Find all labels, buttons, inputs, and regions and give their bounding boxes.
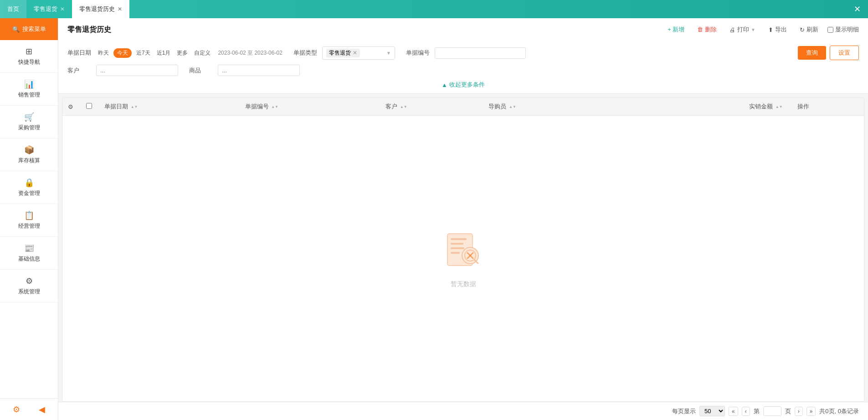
sys-mgmt-icon: ⚙ (26, 276, 33, 286)
page-actions: + 新增 🗑 删除 🖨 打印 ▼ ⬆ 导出 ↻ 刷新 (664, 24, 859, 36)
pagination-bar: 每页显示 50 10 20 100 « ‹ 第 1 页 › » 共0页, 0条记… (58, 402, 868, 420)
main-layout: 🔍 搜索菜单 ⊞ 快捷导航 📊 销售管理 🛒 采购管理 📦 库存核算 🔒 (0, 18, 868, 420)
customer-input[interactable] (96, 65, 178, 76)
th-spacer (605, 98, 640, 116)
export-button[interactable]: ⬆ 导出 (765, 24, 791, 36)
doc-type-tag-close[interactable]: ✕ (353, 50, 357, 56)
query-button[interactable]: 查询 (798, 46, 826, 60)
sidebar-item-sales-mgmt[interactable]: 📊 销售管理 (0, 73, 58, 106)
page-number-input[interactable]: 1 (763, 406, 781, 416)
sidebar-item-inventory[interactable]: 📦 库存核算 (0, 138, 58, 171)
search-icon: 🔍 (12, 26, 20, 33)
tab-retail-return-history-close[interactable]: ✕ (118, 6, 122, 12)
set-button[interactable]: 设置 (830, 46, 859, 60)
sidebar-item-quick-nav[interactable]: ⊞ 快捷导航 (0, 40, 58, 73)
doc-no-input[interactable] (435, 47, 526, 59)
th-doc-no[interactable]: 单据编号 ▲▼ (240, 98, 380, 116)
last-page-btn[interactable]: » (806, 407, 816, 416)
quick-nav-icon: ⊞ (26, 46, 32, 56)
svg-rect-4 (451, 252, 460, 254)
doc-type-select[interactable]: 零售退货 ✕ ▼ (322, 46, 395, 60)
sidebar-nav: ⊞ 快捷导航 📊 销售管理 🛒 采购管理 📦 库存核算 🔒 资金管理 📋 (0, 40, 58, 398)
filter-row-2: 客户 商品 (67, 65, 859, 76)
th-guide[interactable]: 导购员 ▲▼ (483, 98, 605, 116)
sidebar: 🔍 搜索菜单 ⊞ 快捷导航 📊 销售管理 🛒 采购管理 📦 库存核算 🔒 (0, 18, 58, 420)
th-customer[interactable]: 客户 ▲▼ (380, 98, 483, 116)
doc-no-sort-icon: ▲▼ (271, 105, 278, 109)
tab-retail-return-close[interactable]: ✕ (60, 6, 65, 12)
sidebar-pin-btn[interactable]: ◀ (39, 405, 45, 415)
date-option-yesterday[interactable]: 昨天 (96, 48, 111, 58)
sidebar-search[interactable]: 🔍 搜索菜单 (0, 18, 58, 40)
date-option-more[interactable]: 更多 (175, 48, 190, 58)
content-area: 零售退货历史 + 新增 🗑 删除 🖨 打印 ▼ ⬆ 导出 ↻ (58, 18, 868, 420)
per-page-label: 每页显示 (672, 407, 696, 415)
empty-state: 暂无数据 (62, 116, 864, 401)
empty-state-icon (441, 229, 486, 275)
goods-filter: 商品 (189, 65, 300, 76)
next-page-btn[interactable]: › (795, 407, 803, 416)
date-option-7days[interactable]: 近7天 (134, 48, 152, 58)
date-options: 昨天 今天 近7天 近1月 更多 自定义 (96, 48, 212, 58)
prev-page-btn[interactable]: ‹ (742, 407, 750, 416)
top-bar: 首页 零售退货 ✕ 零售退货历史 ✕ ✕ (0, 0, 868, 18)
sidebar-item-ops-mgmt[interactable]: 📋 经营管理 (0, 204, 58, 237)
svg-rect-3 (451, 247, 464, 249)
date-option-1month[interactable]: 近1月 (155, 48, 173, 58)
basic-info-icon: 📰 (24, 243, 34, 253)
doc-date-sort-icon: ▲▼ (131, 105, 138, 109)
show-detail-input[interactable] (827, 27, 833, 33)
show-detail-checkbox[interactable]: 显示明细 (827, 26, 859, 34)
sidebar-item-sys-mgmt[interactable]: ⚙ 系统管理 (0, 270, 58, 302)
select-all-checkbox[interactable] (86, 103, 92, 109)
doc-no-filter: 单据编号 (406, 47, 526, 59)
date-filter: 单据日期 昨天 今天 近7天 近1月 更多 自定义 2023-06-02 至 2… (67, 48, 282, 58)
export-icon: ⬆ (768, 26, 773, 33)
sidebar-item-purchase-mgmt[interactable]: 🛒 采购管理 (0, 106, 58, 138)
date-option-today[interactable]: 今天 (113, 48, 132, 58)
sidebar-item-basic-info[interactable]: 📰 基础信息 (0, 237, 58, 270)
window-close-btn[interactable]: ✕ (854, 4, 868, 14)
doc-type-chevron-icon: ▼ (386, 51, 391, 56)
tab-retail-return[interactable]: 零售退货 ✕ (26, 0, 72, 18)
doc-type-tag: 零售退货 ✕ (326, 49, 360, 57)
collapse-icon: ▲ (442, 82, 447, 88)
sidebar-settings-btn[interactable]: ⚙ (13, 405, 20, 415)
sidebar-item-finance-mgmt[interactable]: 🔒 资金管理 (0, 171, 58, 204)
ops-mgmt-icon: 📋 (24, 210, 34, 220)
filter-area: 单据日期 昨天 今天 近7天 近1月 更多 自定义 2023-06-02 至 2… (67, 41, 859, 93)
guide-sort-icon: ▲▼ (509, 105, 516, 109)
per-page-select[interactable]: 50 10 20 100 (699, 406, 725, 416)
goods-input[interactable] (218, 65, 300, 76)
new-button[interactable]: + 新增 (664, 24, 688, 36)
table-settings-icon[interactable]: ⚙ (68, 103, 73, 110)
filter-row-1: 单据日期 昨天 今天 近7天 近1月 更多 自定义 2023-06-02 至 2… (67, 46, 859, 60)
finance-mgmt-icon: 🔒 (24, 178, 34, 188)
th-amount[interactable]: 实销金额 ▲▼ (640, 98, 792, 116)
svg-rect-2 (451, 243, 463, 245)
th-checkbox (81, 98, 99, 116)
page-prefix: 第 (754, 407, 760, 415)
sidebar-footer: ⚙ ◀ (0, 398, 58, 420)
tab-home[interactable]: 首页 (0, 0, 26, 18)
collapse-filters-btn[interactable]: ▲ 收起更多条件 (67, 81, 859, 89)
page-header: 零售退货历史 + 新增 🗑 删除 🖨 打印 ▼ ⬆ 导出 ↻ (58, 18, 868, 94)
th-settings: ⚙ (62, 98, 81, 116)
tab-bar: 首页 零售退货 ✕ 零售退货历史 ✕ (0, 0, 854, 18)
refresh-button[interactable]: ↻ 刷新 (796, 24, 822, 36)
customer-sort-icon: ▲▼ (400, 105, 407, 109)
empty-text: 暂无数据 (451, 280, 476, 288)
tab-retail-return-history[interactable]: 零售退货历史 ✕ (72, 0, 129, 18)
first-page-btn[interactable]: « (729, 407, 738, 416)
page-suffix: 页 (785, 407, 791, 415)
delete-button[interactable]: 🗑 删除 (693, 24, 720, 36)
th-doc-date[interactable]: 单据日期 ▲▼ (99, 98, 240, 116)
page-title-row: 零售退货历史 + 新增 🗑 删除 🖨 打印 ▼ ⬆ 导出 ↻ (67, 24, 859, 36)
date-option-custom[interactable]: 自定义 (192, 48, 212, 58)
purchase-mgmt-icon: 🛒 (24, 112, 34, 122)
th-action: 操作 (792, 98, 864, 116)
data-table: ⚙ 单据日期 ▲▼ 单据编号 ▲▼ (62, 98, 864, 116)
doc-type-filter: 单据类型 零售退货 ✕ ▼ (293, 46, 395, 60)
print-button[interactable]: 🖨 打印 ▼ (726, 24, 759, 36)
date-range-display: 2023-06-02 至 2023-06-02 (218, 49, 282, 57)
